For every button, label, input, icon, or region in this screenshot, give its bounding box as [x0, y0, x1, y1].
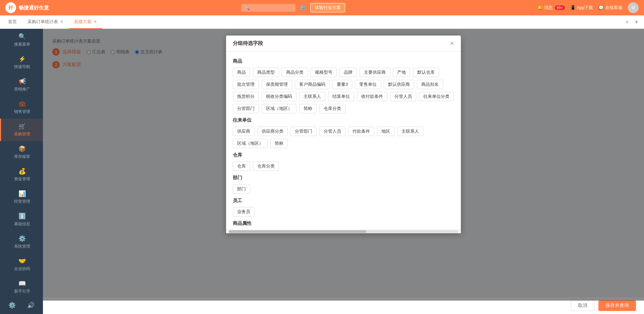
field-tag-0-23[interactable]: 区域（地区） — [262, 104, 297, 113]
sidebar-item-guide-label: 新手引导 — [14, 289, 30, 294]
field-tag-0-4[interactable]: 品牌 — [339, 68, 357, 77]
field-tag-0-11[interactable]: 重量3 — [332, 80, 352, 89]
volume-icon[interactable]: 🔊 — [27, 302, 35, 309]
quicknav-icon: ⚡ — [18, 55, 26, 63]
sidebar-item-search[interactable]: 🔍 搜索菜单 — [0, 29, 43, 51]
field-tag-1-8[interactable]: 简称 — [270, 139, 288, 148]
modal-backdrop: 分组待选字段 ✕ 商品商品商品类型商品分类规格型号品牌主要供应商产地默认仓库批次… — [43, 29, 644, 301]
field-tag-0-18[interactable]: 结算单位 — [328, 92, 354, 101]
section-fields-1: 供应商供应商分类分管部门分管人员付款条件地区主联系人区域（地区）简称 — [233, 127, 454, 148]
sidebar-item-marketing[interactable]: 📢 营销推广 — [0, 74, 43, 96]
sidebar-item-finance[interactable]: 💰 资金管理 — [0, 164, 43, 186]
message-badge: 99+ — [555, 5, 565, 10]
tab-bar-menu[interactable]: ▼ — [632, 19, 641, 24]
sidebar-item-guide[interactable]: 📖 新手引导 — [0, 276, 43, 298]
field-tag-0-16[interactable]: 税收分类编码 — [262, 92, 297, 101]
field-tag-0-14[interactable]: 商品别名 — [417, 80, 443, 89]
sidebar-item-collab[interactable]: 🤝 企业协同 — [0, 253, 43, 276]
field-tag-0-24[interactable]: 简称 — [299, 104, 317, 113]
field-tag-0-3[interactable]: 规格型号 — [311, 68, 337, 77]
cancel-button[interactable]: 取消 — [571, 300, 594, 311]
field-tag-0-17[interactable]: 主联系人 — [299, 92, 325, 101]
modal-close-button[interactable]: ✕ — [450, 40, 454, 47]
section-title-5: 商品属性 — [233, 221, 454, 227]
sidebar-item-purchase[interactable]: 🛒 采购管理 — [0, 119, 43, 141]
tab-new-plan-close[interactable]: ✕ — [94, 19, 97, 24]
modal-horizontal-scrollbar[interactable] — [226, 230, 461, 233]
field-tag-0-21[interactable]: 往来单位分类 — [419, 92, 454, 101]
field-tag-0-19[interactable]: 收付款条件 — [357, 92, 387, 101]
settings-bottom-icon[interactable]: ⚙️ — [8, 302, 16, 309]
field-tag-1-6[interactable]: 主联系人 — [397, 127, 423, 136]
field-tag-0-22[interactable]: 分管部门 — [233, 104, 259, 113]
field-tag-0-15[interactable]: 拣货积分 — [233, 92, 259, 101]
tab-new-plan[interactable]: 新建方案 ✕ — [69, 15, 102, 29]
field-tag-1-1[interactable]: 供应商分类 — [257, 127, 288, 136]
field-tag-4-0[interactable]: 业务员 — [233, 207, 255, 216]
field-tag-0-25[interactable]: 仓库分类 — [319, 104, 345, 113]
field-tag-0-5[interactable]: 主要供应商 — [360, 68, 390, 77]
search-input[interactable] — [252, 5, 292, 10]
tab-purchase-stats-label: 采购订单统计表 — [28, 19, 58, 25]
field-tag-0-2[interactable]: 商品分类 — [282, 68, 308, 77]
search-icon: 🔍 — [245, 5, 250, 10]
field-tag-0-10[interactable]: 客户商品编码 — [295, 80, 330, 89]
top-header: 好 畅捷通好生意 🔍 ⚙️ 体验行业方案 🔔 消息 99+ 📱 App下载 💬 … — [0, 0, 644, 15]
search-input-wrap[interactable]: 🔍 — [241, 4, 296, 12]
sidebar-item-quicknav[interactable]: ⚡ 快捷导航 — [0, 51, 43, 74]
sidebar-item-system-label: 系统管理 — [14, 244, 30, 249]
field-tag-3-0[interactable]: 部门 — [233, 184, 250, 194]
section-title-2: 仓库 — [233, 152, 454, 158]
sidebar-item-inventory[interactable]: 📦 库存核算 — [0, 141, 43, 164]
section-title-0: 商品 — [233, 58, 454, 64]
tab-bar-close-all[interactable]: ✕ — [623, 19, 632, 24]
sidebar-item-operations-label: 经营管理 — [14, 199, 30, 204]
modal-body[interactable]: 商品商品商品类型商品分类规格型号品牌主要供应商产地默认仓库批次管理保质期管理客户… — [226, 52, 461, 230]
sidebar: 🔍 搜索菜单 ⚡ 快捷导航 📢 营销推广 💼 销售管理 🛒 采购管理 📦 库存核… — [0, 29, 43, 314]
section-fields-3: 部门 — [233, 184, 454, 194]
field-tag-0-7[interactable]: 默认仓库 — [413, 68, 439, 77]
guide-icon: 📖 — [18, 280, 26, 287]
field-tag-0-13[interactable]: 默认供应商 — [384, 80, 414, 89]
field-tag-2-1[interactable]: 仓库分类 — [253, 162, 279, 171]
tab-bar: 首页 采购订单统计表 ✕ 新建方案 ✕ ✕ ▼ — [0, 15, 644, 29]
app-name: 畅捷通好生意 — [19, 5, 49, 11]
sidebar-item-sales[interactable]: 💼 销售管理 — [0, 96, 43, 119]
field-tag-1-3[interactable]: 分管人员 — [319, 127, 345, 136]
user-avatar[interactable]: U — [628, 2, 639, 13]
field-tag-0-6[interactable]: 产地 — [393, 68, 410, 77]
section-fields-0: 商品商品类型商品分类规格型号品牌主要供应商产地默认仓库批次管理保质期管理客户商品… — [233, 68, 454, 113]
field-tag-2-0[interactable]: 仓库 — [233, 162, 250, 171]
modal-header: 分组待选字段 ✕ — [226, 36, 461, 52]
field-tag-0-8[interactable]: 批次管理 — [233, 80, 259, 89]
sidebar-item-operations[interactable]: 📊 经营管理 — [0, 186, 43, 208]
field-tag-0-1[interactable]: 商品类型 — [253, 68, 279, 77]
tab-purchase-stats[interactable]: 采购订单统计表 ✕ — [22, 15, 69, 29]
experience-button[interactable]: 体验行业方案 — [310, 3, 345, 12]
sidebar-item-system[interactable]: ⚙️ 系统管理 — [0, 231, 43, 253]
tab-home[interactable]: 首页 — [3, 15, 22, 29]
settings-button[interactable]: ⚙️ — [298, 3, 308, 12]
section-fields-4: 业务员 — [233, 207, 454, 216]
sidebar-item-quicknav-label: 快捷导航 — [14, 64, 30, 70]
tab-purchase-stats-close[interactable]: ✕ — [60, 19, 63, 24]
messages-link[interactable]: 🔔 消息 99+ — [537, 5, 565, 11]
field-tag-0-0[interactable]: 商品 — [233, 68, 250, 77]
field-tag-0-9[interactable]: 保质期管理 — [262, 80, 292, 89]
field-tag-0-20[interactable]: 分管人员 — [390, 92, 416, 101]
app-download-link[interactable]: 📱 App下载 — [570, 5, 593, 11]
sidebar-item-basicinfo[interactable]: ℹ️ 基础信息 — [0, 208, 43, 231]
save-query-button[interactable]: 保存并查询 — [598, 300, 636, 311]
field-tag-1-7[interactable]: 区域（地区） — [233, 139, 268, 148]
sidebar-item-purchase-label: 采购管理 — [14, 131, 30, 137]
field-tag-1-0[interactable]: 供应商 — [233, 127, 255, 136]
field-tag-1-5[interactable]: 地区 — [377, 127, 394, 136]
field-tag-1-2[interactable]: 分管部门 — [290, 127, 317, 136]
bottom-toolbar: ⚙️ 🔊 — [0, 297, 43, 314]
modal-title: 分组待选字段 — [233, 40, 263, 47]
sidebar-item-basicinfo-label: 基础信息 — [14, 221, 30, 227]
main-layout: 🔍 搜索菜单 ⚡ 快捷导航 📢 营销推广 💼 销售管理 🛒 采购管理 📦 库存核… — [0, 29, 644, 314]
online-service-link[interactable]: 💬 在线客服 — [598, 5, 623, 11]
field-tag-1-4[interactable]: 付款条件 — [348, 127, 374, 136]
field-tag-0-12[interactable]: 零售单位 — [355, 80, 381, 89]
